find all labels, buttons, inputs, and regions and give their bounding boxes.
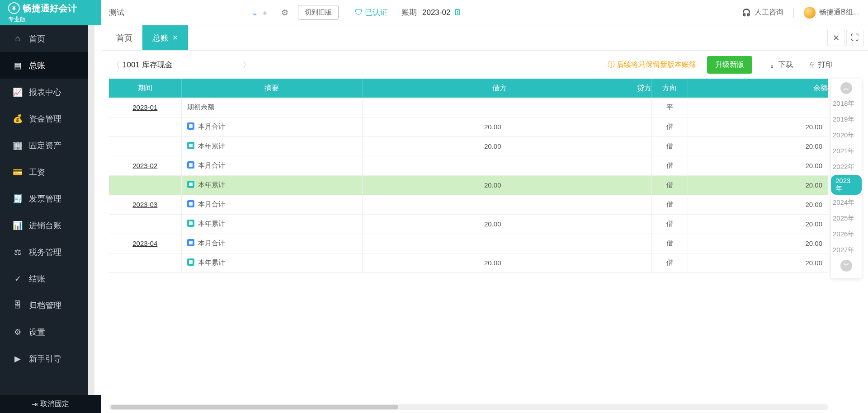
period-link[interactable]: 2023-02	[132, 162, 157, 169]
print-button[interactable]: 🖨 打印	[808, 60, 833, 70]
year-option[interactable]: 2021年	[831, 143, 862, 159]
cell-balance: 20.00	[688, 234, 828, 253]
sidebar-item-salary[interactable]: 💳工资	[0, 159, 88, 185]
sidebar-item-fund[interactable]: 💰资金管理	[0, 105, 88, 132]
collapse-year-panel-button[interactable]: «	[823, 80, 831, 97]
year-option[interactable]: 2018年	[831, 96, 862, 112]
upgrade-label: 升级新版	[715, 61, 744, 68]
sidebar-item-iostock[interactable]: 📊进销台账	[0, 212, 88, 239]
col-debit[interactable]: 借方	[362, 79, 507, 98]
year-scroll-down-button[interactable]: ︾	[840, 260, 852, 272]
home-icon: ⌂	[13, 34, 23, 44]
sidebar-item-ledger[interactable]: ▤总账	[0, 52, 88, 79]
table-row[interactable]: 2023-02本月合计借20.00	[109, 156, 828, 175]
consult-button[interactable]: 🎧 人工咨询	[742, 8, 783, 17]
sidebar-item-label: 工资	[29, 167, 45, 178]
period-link[interactable]: 2023-03	[132, 201, 157, 208]
sidebar-item-label: 发票管理	[29, 193, 61, 204]
sidebar-item-label: 总账	[29, 60, 45, 71]
col-summary[interactable]: 摘要	[181, 79, 362, 98]
period-link[interactable]: 2023-01	[132, 103, 157, 111]
sidebar-item-invoice[interactable]: 🧾发票管理	[0, 185, 88, 212]
headset-icon: 🎧	[742, 8, 751, 17]
plus-icon: ＋	[261, 7, 269, 18]
close-icon[interactable]: ✕	[172, 33, 178, 42]
sidebar-item-report[interactable]: 📈报表中心	[0, 79, 88, 105]
fund-icon: 💰	[13, 114, 23, 124]
cell-direction: 借	[651, 195, 688, 214]
year-option[interactable]: 2020年	[831, 127, 862, 143]
user-menu[interactable]: 畅捷通B组...	[804, 7, 859, 19]
cell-credit	[507, 214, 651, 234]
sidebar-item-tax[interactable]: ⚖税务管理	[0, 239, 88, 265]
cell-period[interactable]: 2023-04	[109, 234, 181, 253]
month-total-icon	[187, 161, 194, 169]
sidebar-item-label: 归档管理	[29, 300, 61, 311]
download-button[interactable]: ⭳ 下载	[769, 60, 793, 70]
sidebar-item-archive[interactable]: 🗄归档管理	[0, 292, 88, 319]
settings-gear-button[interactable]: ⚙	[278, 6, 292, 19]
cell-debit: 20.00	[362, 136, 507, 156]
sidebar-item-close[interactable]: ✓结账	[0, 265, 88, 292]
table-row[interactable]: 本月合计20.00借20.00	[109, 117, 828, 136]
tab-总账[interactable]: 总账✕	[142, 25, 188, 50]
table-row[interactable]: 本年累计20.00借20.00	[109, 175, 828, 195]
prev-account-button[interactable]: 〈	[109, 59, 123, 71]
cell-period[interactable]: 2023-03	[109, 195, 181, 214]
col-credit[interactable]: 贷方	[507, 79, 651, 98]
upgrade-button[interactable]: 升级新版	[707, 56, 752, 74]
year-option[interactable]: 2026年	[831, 226, 862, 242]
sidebar-item-settings[interactable]: ⚙设置	[0, 319, 88, 345]
year-option[interactable]: 2022年	[831, 159, 862, 175]
cell-period[interactable]: 2023-01	[109, 98, 181, 117]
table-row[interactable]: 本年累计20.00借20.00	[109, 136, 828, 156]
sidebar-item-label: 结账	[29, 273, 45, 284]
cell-balance: 20.00	[688, 253, 828, 272]
table-row[interactable]: 2023-03本月合计借20.00	[109, 195, 828, 214]
col-period[interactable]: 期间	[109, 79, 181, 98]
sidebar-item-guide[interactable]: ▶新手引导	[0, 345, 88, 372]
cell-summary: 本年累计	[181, 253, 362, 272]
close-icon: ✕	[833, 33, 840, 43]
table-row[interactable]: 2023-01期初余额平	[109, 98, 828, 117]
sidebar-item-asset[interactable]: 🏢固定资产	[0, 132, 88, 159]
add-button[interactable]: ＋	[258, 6, 272, 19]
fullscreen-button[interactable]: ⛶	[846, 30, 863, 46]
org-selector[interactable]: 测试 ⌄	[109, 7, 258, 18]
next-account-button[interactable]: 〉	[240, 59, 254, 71]
cell-balance: 20.00	[688, 117, 828, 136]
table-row[interactable]: 本年累计20.00借20.00	[109, 253, 828, 272]
tab-label: 总账	[152, 33, 169, 43]
salary-icon: 💳	[13, 167, 23, 177]
col-balance[interactable]: 余额	[688, 79, 828, 98]
cell-credit	[507, 98, 651, 117]
table-row[interactable]: 2023-04本月合计借20.00	[109, 234, 828, 253]
switch-old-version-button[interactable]: 切到旧版	[298, 5, 339, 20]
unpin-sidebar-button[interactable]: ⇥ 取消固定	[0, 395, 101, 413]
month-total-icon	[187, 239, 194, 246]
year-scroll-up-button[interactable]: ︽	[840, 82, 852, 94]
verified-badge[interactable]: 🛡 已认证	[355, 7, 388, 18]
table-row[interactable]: 本年累计20.00借20.00	[109, 214, 828, 234]
horizontal-scrollbar[interactable]	[109, 404, 828, 410]
summary-text: 本年累计	[198, 258, 225, 266]
year-option[interactable]: 2027年	[831, 242, 862, 258]
cell-period[interactable]: 2023-02	[109, 156, 181, 175]
tab-首页[interactable]: 首页	[106, 25, 142, 50]
year-option[interactable]: 2019年	[831, 112, 862, 127]
year-option[interactable]: 2023年	[831, 175, 862, 195]
year-option[interactable]: 2024年	[831, 195, 862, 211]
sidebar-scrollbar-track[interactable]	[88, 25, 94, 395]
year-option[interactable]: 2025年	[831, 211, 862, 226]
sidebar-item-home[interactable]: ⌂首页	[0, 25, 88, 52]
brand-logo-icon: ¥	[8, 2, 20, 14]
close-all-tabs-button[interactable]: ✕	[827, 30, 844, 46]
cell-debit	[362, 234, 507, 253]
calendar-icon[interactable]: 🗓	[454, 8, 462, 17]
period-link[interactable]: 2023-04	[132, 239, 157, 247]
col-direction[interactable]: 方向	[651, 79, 688, 98]
invoice-icon: 🧾	[13, 194, 23, 204]
month-total-icon	[187, 200, 194, 207]
sidebar-item-label: 资金管理	[29, 113, 61, 124]
cell-debit	[362, 156, 507, 175]
